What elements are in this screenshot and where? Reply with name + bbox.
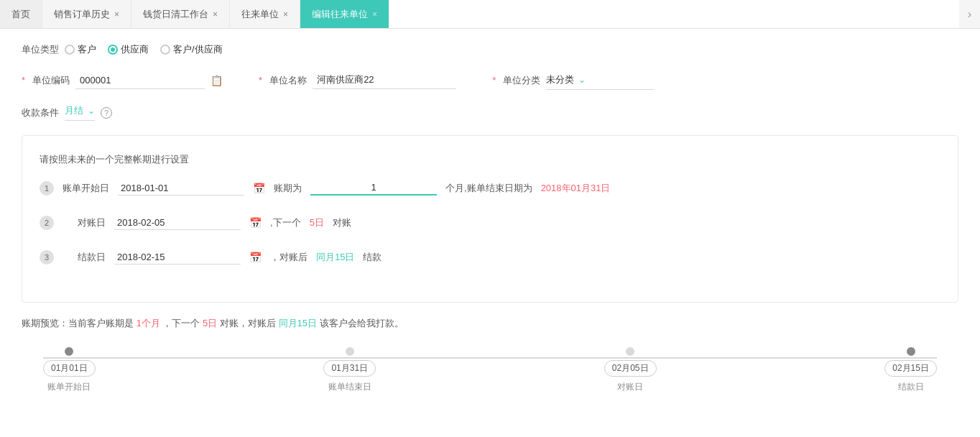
radio-circle-supplier	[108, 45, 118, 55]
reconcile-desc-post: 对账	[333, 216, 351, 229]
timeline-sublabel-1: 账单开始日	[47, 381, 91, 393]
preview-part3: 同月15日	[279, 318, 317, 328]
tab-partner-label: 往来单位	[241, 8, 279, 21]
timeline-points: 01月01日 账单开始日 01月31日 账单结束日 02月05日 对账日 02月…	[43, 347, 937, 393]
calendar-icon-3[interactable]: 📅	[249, 252, 262, 263]
unit-type-row: 单位类型 客户 供应商 客户/供应商	[22, 43, 958, 56]
payment-desc-post: 结款	[363, 251, 382, 264]
unit-name-group: * 单位名称	[259, 72, 456, 89]
unit-category-group: * 单位分类 未分类 ⌄	[492, 70, 654, 90]
timeline-sublabel-3: 对账日	[617, 381, 643, 393]
unit-code-label: 单位编码	[32, 74, 70, 87]
row-label-1: 账单开始日	[63, 182, 109, 195]
radio-customer[interactable]: 客户	[65, 43, 96, 56]
unit-code-group: * 单位编码 📋	[22, 72, 223, 89]
radio-circle-customer	[65, 45, 75, 55]
timeline-bubble-3: 02月05日	[604, 360, 657, 377]
row-num-1: 1	[40, 181, 54, 196]
payment-terms-chevron: ⌄	[88, 106, 95, 116]
main-content: 单位类型 客户 供应商 客户/供应商 * 单位编码	[0, 29, 980, 437]
period-input[interactable]	[310, 180, 437, 196]
radio-supplier[interactable]: 供应商	[108, 43, 149, 56]
radio-supplier-label: 供应商	[121, 43, 149, 56]
radio-circle-both	[160, 45, 170, 55]
help-icon[interactable]: ?	[101, 107, 112, 119]
tab-edit-partner[interactable]: 编辑往来单位 ×	[300, 0, 389, 28]
payment-terms-select[interactable]: 月结 ⌄	[65, 104, 95, 121]
preview-part1: 1个月	[137, 318, 160, 328]
unit-category-select[interactable]: 未分类 ⌄	[546, 70, 654, 90]
reconcile-desc-pre: ,下一个	[270, 216, 301, 229]
radio-group: 客户 供应商 客户/供应商	[65, 43, 223, 56]
unit-code-star: *	[22, 75, 25, 86]
unit-type-label: 单位类型	[22, 43, 59, 56]
timeline-bubble-2: 01月31日	[323, 360, 376, 377]
tab-home[interactable]: 首页	[0, 0, 42, 28]
unit-category-star: *	[492, 75, 496, 86]
payment-terms-row: 收款条件 月结 ⌄ ?	[22, 104, 958, 121]
tab-bar: 首页 销售订单历史 × 钱货日清工作台 × 往来单位 × 编辑往来单位 × ›	[0, 0, 980, 29]
preview-end: 该客户会给我打款。	[320, 318, 404, 328]
tab-home-label: 首页	[11, 8, 30, 21]
unit-name-label: 单位名称	[269, 74, 307, 87]
reconcile-date-input[interactable]	[114, 216, 241, 230]
section-title: 请按照未来的一个完整帐期进行设置	[40, 153, 940, 166]
unit-category-chevron: ⌄	[578, 75, 586, 85]
payment-terms-label: 收款条件	[22, 106, 59, 119]
calendar-icon-code[interactable]: 📋	[211, 75, 223, 86]
row-label-2: 对账日	[63, 216, 106, 229]
radio-both[interactable]: 客户/供应商	[160, 43, 223, 56]
preview-part2: 5日	[203, 318, 217, 328]
payment-terms-group: 收款条件 月结 ⌄ ?	[22, 104, 112, 121]
unit-category-value: 未分类	[546, 73, 574, 86]
tab-cash-work[interactable]: 钱货日清工作台 ×	[131, 0, 230, 28]
radio-customer-label: 客户	[78, 43, 96, 56]
tab-partner[interactable]: 往来单位 ×	[230, 0, 300, 28]
preview-label: 账期预览：当前客户账期是	[22, 318, 134, 328]
row-num-3: 3	[40, 250, 54, 264]
period-end-date: 2018年01月31日	[541, 182, 611, 195]
timeline-point-2: 01月31日 账单结束日	[323, 347, 376, 393]
calendar-icon-2[interactable]: 📅	[249, 217, 262, 229]
row-payment: 3 结款日 📅 ，对账后 同月15日 结款	[40, 250, 940, 264]
tab-cash-work-label: 钱货日清工作台	[143, 8, 208, 21]
tab-edit-partner-label: 编辑往来单位	[312, 8, 368, 21]
close-icon[interactable]: ×	[372, 9, 377, 19]
row-start-date: 1 账单开始日 📅 账期为 个月,账单结束日期为 2018年01月31日	[40, 180, 940, 196]
tab-expand-button[interactable]: ›	[959, 0, 980, 28]
period-desc-pre: 账期为	[274, 182, 302, 195]
section-box: 请按照未来的一个完整帐期进行设置 1 账单开始日 📅 账期为 个月,账单结束日期…	[22, 135, 958, 303]
timeline-point-3: 02月05日 对账日	[604, 347, 657, 393]
unit-code-input[interactable]	[75, 72, 205, 89]
preview-section: 账期预览：当前客户账期是 1个月 ，下一个 5日 对账，对账后 同月15日 该客…	[22, 317, 958, 330]
reconcile-highlight: 5日	[310, 216, 324, 229]
code-name-row: * 单位编码 📋 * 单位名称 * 单位分类 未分类 ⌄	[22, 70, 958, 90]
timeline-point-4: 02月15日 结款日	[884, 347, 937, 393]
period-unit: 个月,账单结束日期为	[445, 182, 532, 195]
radio-both-label: 客户/供应商	[173, 43, 223, 56]
timeline-sublabel-2: 账单结束日	[328, 381, 371, 393]
timeline-container: 01月01日 账单开始日 01月31日 账单结束日 02月05日 对账日 02月…	[22, 347, 958, 393]
unit-category-label: 单位分类	[503, 74, 540, 87]
unit-name-star: *	[259, 75, 262, 86]
close-icon[interactable]: ×	[283, 9, 288, 19]
row-num-2: 2	[40, 216, 54, 230]
close-icon[interactable]: ×	[213, 9, 218, 19]
timeline-point-1: 01月01日 账单开始日	[43, 347, 96, 393]
preview-mid2: 对账，对账后	[220, 318, 276, 328]
calendar-icon-1[interactable]: 📅	[253, 183, 265, 194]
preview-mid1: ，下一个	[162, 318, 200, 328]
close-icon[interactable]: ×	[114, 9, 119, 19]
start-date-input[interactable]	[118, 181, 244, 196]
timeline-bubble-1: 01月01日	[43, 360, 96, 377]
unit-name-input[interactable]	[313, 72, 456, 89]
tab-sales-history[interactable]: 销售订单历史 ×	[42, 0, 131, 28]
payment-highlight: 同月15日	[316, 251, 354, 264]
row-reconcile: 2 对账日 📅 ,下一个 5日 对账	[40, 216, 940, 230]
unit-type-group: 单位类型 客户 供应商 客户/供应商	[22, 43, 223, 56]
timeline-sublabel-4: 结款日	[898, 381, 924, 393]
tab-sales-history-label: 销售订单历史	[54, 8, 110, 21]
payment-desc-pre: ，对账后	[270, 251, 308, 264]
payment-date-input[interactable]	[114, 250, 241, 264]
timeline-dot-2	[346, 347, 354, 356]
